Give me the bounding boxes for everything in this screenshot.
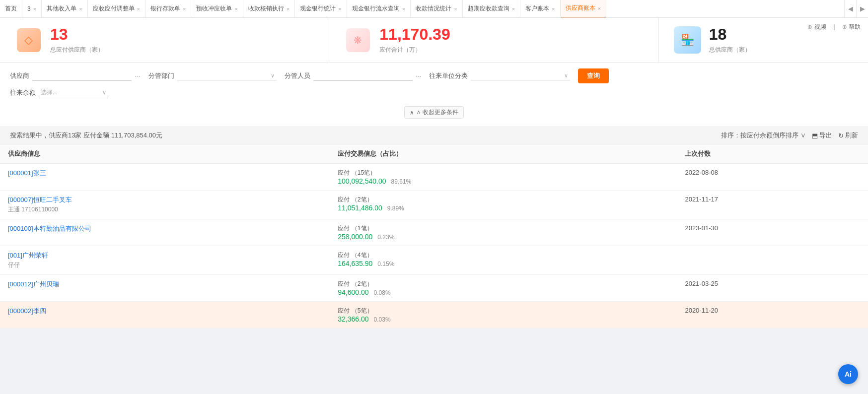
table-row: [000002]李四应付 （5笔）32,366.000.03%2020-11-2… — [0, 302, 868, 328]
nav-tab-cash-flow[interactable]: 现金银行流水查询 × — [347, 0, 411, 18]
vendor-table: 供应商信息 应付交易信息（占比） 上次付数 [000001]张三应付 （15笔）… — [0, 144, 868, 328]
close-icon[interactable]: × — [79, 6, 82, 12]
nav-arrows: ◀ ▶ — [844, 0, 868, 18]
last-pay-cell — [677, 246, 868, 275]
close-icon[interactable]: × — [402, 6, 405, 12]
nav-tab-vendor[interactable]: 供应商账本 × — [561, 0, 606, 18]
nav-tab-overdue-label: 超期应收款查询 — [468, 4, 509, 13]
filter-row-1: 供应商 ··· 分管部门 ∨ 分管人员 ··· 往来单位分类 ∨ 查询 — [10, 68, 858, 83]
dept-dropdown[interactable]: ∨ — [177, 71, 277, 80]
nav-tab-overdue[interactable]: 超期应收款查询 × — [463, 0, 520, 18]
help-link[interactable]: ⊙ 帮助 — [842, 23, 861, 31]
unit-class-dropdown[interactable]: ∨ — [471, 71, 570, 80]
table-wrapper: 供应商信息 应付交易信息（占比） 上次付数 [000001]张三应付 （15笔）… — [0, 144, 868, 328]
total-vendors-icon: 🏪 — [674, 26, 701, 54]
vendor-link[interactable]: [000100]本特勤油品有限公司 — [8, 225, 91, 232]
last-pay-date: 2020-11-20 — [685, 307, 718, 314]
supplier-dots-icon[interactable]: ··· — [135, 72, 141, 80]
nav-tab-3-label: 3 — [27, 5, 31, 12]
balance-dropdown[interactable]: 选择... ∨ — [39, 87, 108, 98]
nav-tab-ar-ap-label: 应收应付调整单 — [93, 4, 135, 13]
payable-vendors-icon: ◇ — [15, 26, 42, 54]
nav-tab-prepay[interactable]: 预收冲应收单 × — [191, 0, 243, 18]
nav-tab-vendor-label: 供应商账本 — [566, 4, 595, 12]
tx-amount-line: 94,600.000.08% — [338, 288, 669, 296]
person-input[interactable] — [313, 71, 413, 81]
nav-tab-home[interactable]: 首页 — [0, 0, 22, 18]
vendor-sub-text: 王通 17106110000 — [8, 205, 322, 214]
close-icon[interactable]: × — [552, 6, 555, 12]
export-button[interactable]: ⬒ 导出 — [812, 131, 832, 140]
tx-amount[interactable]: 100,092,540.00 — [338, 177, 386, 185]
vendor-link[interactable]: [000001]张三 — [8, 169, 46, 177]
vendor-link[interactable]: [000002]李四 — [8, 307, 46, 315]
table-row: [001]广州荣轩仔仔应付 （4笔）164,635.900.15% — [0, 246, 868, 275]
close-icon[interactable]: × — [137, 6, 140, 12]
nav-tab-cash-stat[interactable]: 现金银行统计 × — [295, 0, 347, 18]
top-right-links: ⊙ 视频 ｜ ⊙ 帮助 — [807, 23, 861, 31]
tx-amount-line: 164,635.900.15% — [338, 260, 669, 267]
refresh-label: 刷新 — [845, 131, 858, 140]
vendor-info-cell: [000001]张三 — [0, 164, 330, 191]
table-row: [000100]本特勤油品有限公司应付 （1笔）258,000.000.23%2… — [0, 219, 868, 246]
close-icon[interactable]: × — [234, 6, 237, 12]
tx-amount[interactable]: 94,600.00 — [338, 288, 368, 296]
close-icon[interactable]: × — [454, 6, 457, 12]
filter-row-2: 往来余额 选择... ∨ — [10, 87, 858, 98]
last-pay-date: 2021-03-25 — [685, 280, 718, 287]
nav-right-arrow[interactable]: ▶ — [856, 0, 868, 18]
tx-amount[interactable]: 258,000.00 — [338, 233, 372, 241]
balance-dropdown-arrow: ∨ — [102, 89, 106, 96]
collapse-button[interactable]: ∧ ∧ 收起更多条件 — [404, 106, 464, 119]
dept-dropdown-arrow: ∨ — [271, 72, 275, 79]
video-link[interactable]: ⊙ 视频 — [807, 23, 826, 31]
nav-tab-bank[interactable]: 银行存款单 × — [145, 0, 191, 18]
sort-down-icon: ∨ — [800, 131, 806, 139]
vendor-link[interactable]: [001]广州荣轩 — [8, 252, 48, 259]
tx-amount[interactable]: 32,366.00 — [338, 315, 368, 323]
nav-tab-3[interactable]: 3 × — [22, 0, 42, 18]
filter-area: 供应商 ··· 分管部门 ∨ 分管人员 ··· 往来单位分类 ∨ 查询 往来 — [0, 63, 868, 127]
table-body: [000001]张三应付 （15笔）100,092,540.0089.61%20… — [0, 164, 868, 328]
person-dots-icon[interactable]: ··· — [416, 72, 422, 80]
summary-card-total-vendors: ⊙ 视频 ｜ ⊙ 帮助 🏪 18 总供应商（家） — [659, 18, 868, 62]
nav-tab-customer[interactable]: 客户账本 × — [520, 0, 560, 18]
tx-count: （1笔） — [352, 225, 373, 232]
nav-tab-home-label: 首页 — [5, 4, 17, 13]
close-icon[interactable]: × — [338, 6, 341, 12]
tx-info-cell: 应付 （2笔）94,600.000.08% — [330, 275, 677, 302]
tx-percent: 89.61% — [391, 178, 412, 185]
vendor-info-cell: [000012]广州贝瑞 — [0, 275, 330, 302]
nav-tab-other-income[interactable]: 其他收入单 × — [42, 0, 87, 18]
close-icon[interactable]: × — [512, 6, 515, 12]
close-icon[interactable]: × — [287, 6, 289, 12]
nav-left-arrow[interactable]: ◀ — [844, 0, 856, 18]
search-button[interactable]: 查询 — [578, 68, 609, 83]
vendor-link[interactable]: [000012]广州贝瑞 — [8, 280, 59, 288]
nav-tab-bank-label: 银行存款单 — [150, 4, 180, 13]
vendor-sub-text: 仔仔 — [8, 261, 322, 269]
supplier-input[interactable] — [32, 71, 132, 81]
vendor-link[interactable]: [000007]恒旺二手叉车 — [8, 196, 72, 203]
sort-label[interactable]: 排序：按应付余额倒序排序 ∨ — [721, 131, 806, 140]
close-icon[interactable]: × — [183, 6, 186, 12]
table-row: [000012]广州贝瑞应付 （2笔）94,600.000.08%2021-03… — [0, 275, 868, 302]
tx-amount[interactable]: 11,051,486.00 — [338, 204, 382, 212]
refresh-button[interactable]: ↻ 刷新 — [838, 131, 858, 140]
col-header-vendor-info: 供应商信息 — [0, 144, 330, 164]
close-icon[interactable]: × — [598, 5, 601, 11]
tx-label-line: 应付 （2笔） — [338, 196, 669, 204]
nav-tab-receipt-stat[interactable]: 收款情况统计 × — [411, 0, 462, 18]
vendor-info-cell: [000002]李四 — [0, 302, 330, 328]
tx-amount[interactable]: 164,635.90 — [338, 260, 372, 267]
tx-label: 应付 — [338, 307, 350, 314]
tx-percent: 0.08% — [374, 289, 391, 296]
payable-total-label: 应付合计（万） — [379, 46, 450, 54]
tx-percent: 0.03% — [374, 316, 391, 323]
close-icon[interactable]: × — [33, 6, 36, 12]
tx-label-line: 应付 （2笔） — [338, 280, 669, 288]
nav-tab-ar-ap[interactable]: 应收应付调整单 × — [88, 0, 145, 18]
nav-tab-receipt-verify[interactable]: 收款核销执行 × — [243, 0, 295, 18]
payable-vendors-number: 13 — [50, 26, 104, 43]
tx-count: （15笔） — [352, 169, 376, 176]
